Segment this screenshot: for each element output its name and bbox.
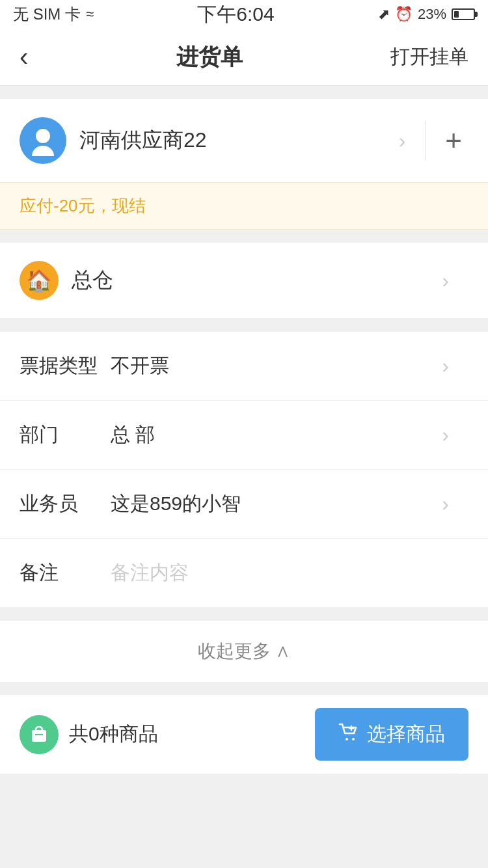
salesperson-chevron-icon: › [442,492,449,516]
collapse-more-button[interactable]: 收起更多 ∧ [0,620,488,682]
invoice-type-label: 票据类型 [20,353,111,379]
product-count-area: 共0种商品 [20,715,158,754]
alarm-icon: ⏰ [395,6,413,23]
battery-icon [452,8,475,20]
salesperson-label: 业务员 [20,491,111,517]
remark-label: 备注 [20,560,111,586]
svg-point-3 [352,738,355,740]
department-label: 部门 [20,422,111,448]
location-icon: ⬈ [378,6,390,23]
department-chevron-icon: › [442,423,449,447]
svg-point-2 [346,738,348,740]
cart-icon [338,723,359,741]
add-supplier-button[interactable]: + [439,124,468,157]
warehouse-chevron-icon: › [442,269,449,293]
remark-row[interactable]: 备注 备注内容 [0,539,488,607]
status-bar: 无 SIM 卡 ≈ 下午6:04 ⬈ ⏰ 23% [0,0,488,29]
department-row[interactable]: 部门 总 部 › [0,401,488,470]
back-button[interactable]: ‹ [20,42,28,72]
select-product-button[interactable]: 选择商品 [315,708,468,761]
product-count-text: 共0种商品 [69,721,158,748]
invoice-chevron-icon: › [442,354,449,378]
warehouse-name: 总仓 [72,266,442,295]
back-chevron-icon: ‹ [20,42,28,72]
status-left: 无 SIM 卡 ≈ [13,4,94,25]
product-icon [20,715,59,754]
form-section: 票据类型 不开票 › 部门 总 部 › 业务员 这是859的小智 › 备注 备注… [0,332,488,607]
cart-btn-icon [338,723,359,746]
top-divider [0,86,488,99]
page-title: 进货单 [176,42,243,72]
svg-rect-1 [35,734,43,735]
bag-icon [28,724,50,746]
status-right: ⬈ ⏰ 23% [378,6,475,23]
salesperson-value: 这是859的小智 [111,491,442,517]
svg-rect-0 [32,730,46,742]
supplier-name: 河南供应商22 [79,126,399,155]
supplier-row[interactable]: 河南供应商22 › + [0,99,488,182]
warehouse-row[interactable]: 🏠 总仓 › [0,243,488,319]
warehouse-icon: 🏠 [20,261,59,300]
remark-placeholder: 备注内容 [111,560,468,586]
notice-banner: 应付-20元，现结 [0,182,488,230]
battery-percent: 23% [418,6,446,23]
select-product-label: 选择商品 [367,721,445,748]
supplier-avatar [20,117,66,164]
salesperson-row[interactable]: 业务员 这是859的小智 › [0,470,488,539]
page-background [0,774,488,868]
nav-bar: ‹ 进货单 打开挂单 [0,29,488,86]
carrier-text: 无 SIM 卡 [13,4,81,25]
supplier-card: 河南供应商22 › + 应付-20元，现结 [0,99,488,230]
bottom-action-bar: 共0种商品 选择商品 [0,695,488,774]
invoice-type-value: 不开票 [111,353,442,379]
invoice-type-row[interactable]: 票据类型 不开票 › [0,332,488,401]
avatar-person-icon [31,129,55,152]
supplier-chevron-icon: › [399,129,406,153]
time-display: 下午6:04 [197,1,274,28]
notice-text: 应付-20元，现结 [20,196,146,215]
wifi-icon: ≈ [86,6,94,23]
vertical-divider [425,121,426,160]
open-pending-button[interactable]: 打开挂单 [390,44,468,70]
collapse-label: 收起更多 ∧ [198,641,291,661]
department-value: 总 部 [111,422,442,448]
